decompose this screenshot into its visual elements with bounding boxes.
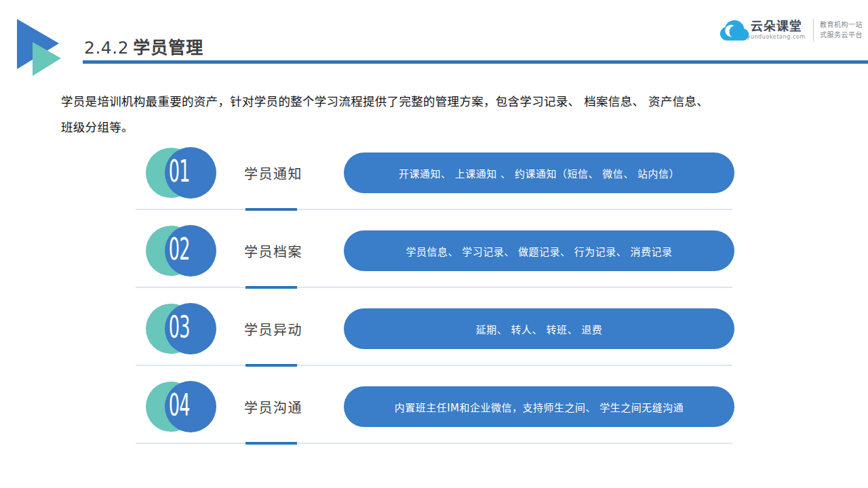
feature-row-profiles: 02 学员档案 学员信息、 学习记录、 做题记录、 行为记录、 消费记录 [0,214,868,288]
brand-divider [813,18,814,41]
brand-text: 云朵课堂 yunduoketang.com [747,20,806,40]
row-divider-accent [245,208,297,211]
row-divider-accent [245,364,297,367]
page-title-text: 学员管理 [133,38,203,58]
step-number-circles: 01 [146,147,216,199]
row-divider [136,209,732,210]
step-number: 04 [169,388,190,422]
brand-logo: 云朵课堂 yunduoketang.com 教育机构一站 式服务云平台 [719,18,863,41]
row-label: 学员通知 [244,163,302,183]
step-number-circles: 02 [146,225,216,277]
description: 学员是培训机构最重要的资产，针对学员的整个学习流程提供了完整的管理方案，包含学习… [61,89,827,140]
feature-row-changes: 03 学员异动 延期、 转人、 转班、 退费 [0,291,868,366]
detail-pill: 内置班主任IM和企业微信，支持师生之间、 学生之间无缝沟通 [344,386,734,427]
row-label: 学员沟通 [244,397,302,417]
title-underline [83,60,868,64]
row-divider [136,287,732,288]
brand-tagline-line1: 教育机构一站 [820,20,863,30]
row-divider-accent [245,442,297,445]
step-number: 01 [169,154,190,188]
feature-row-notifications: 01 学员通知 开课通知、 上课通知 、 约课通知（短信、 微信、 站内信） [0,136,868,210]
brand-domain: yunduoketang.com [747,35,806,40]
row-label: 学员异动 [244,319,302,339]
section-number: 2.4.2 [84,38,129,58]
step-number-circles: 03 [146,303,216,354]
row-divider-accent [245,286,297,289]
row-divider [136,443,732,444]
detail-pill: 开课通知、 上课通知 、 约课通知（短信、 微信、 站内信） [344,152,734,193]
row-divider [136,365,732,366]
brand-tagline: 教育机构一站 式服务云平台 [820,20,863,41]
step-number-circles: 04 [146,381,216,432]
step-number: 03 [169,310,190,344]
slide: 2.4.2学员管理 云朵课堂 yunduoketang.com 教育机构一站 式… [0,0,868,488]
step-number: 02 [169,232,190,266]
detail-pill: 学员信息、 学习记录、 做题记录、 行为记录、 消费记录 [344,230,734,271]
feature-row-communication: 04 学员沟通 内置班主任IM和企业微信，支持师生之间、 学生之间无缝沟通 [0,369,868,444]
row-label: 学员档案 [244,241,302,261]
detail-pill: 延期、 转人、 转班、 退费 [344,308,734,349]
brand-name: 云朵课堂 [751,20,802,33]
brand-tagline-line2: 式服务云平台 [820,30,863,41]
cloud-icon [719,19,751,41]
corner-triangles-icon [11,12,79,87]
description-line1: 学员是培训机构最重要的资产，针对学员的整个学习流程提供了完整的管理方案，包含学习… [61,89,827,115]
page-title: 2.4.2学员管理 [84,34,203,58]
